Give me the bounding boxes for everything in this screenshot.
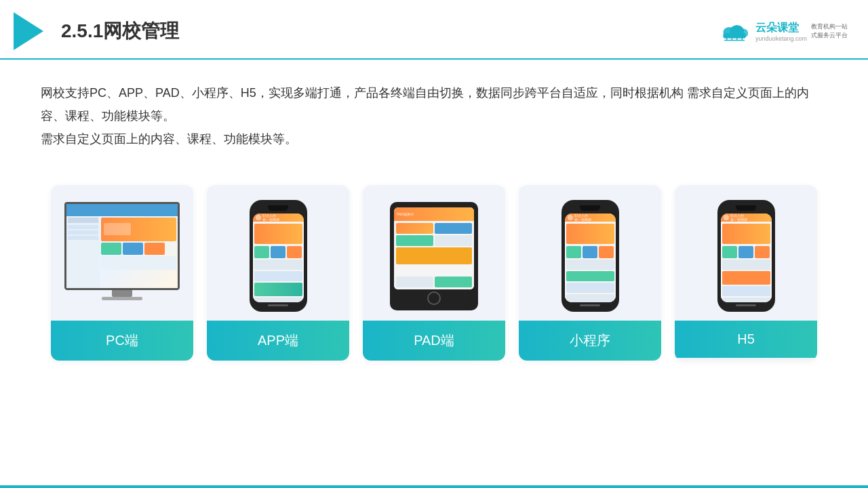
desktop-base: [102, 297, 142, 300]
page-title: 2.5.1网校管理: [61, 18, 179, 44]
phone-mockup-app: 职达人的第一堂网课: [250, 200, 307, 312]
phone-home-indicator-h5: [736, 304, 756, 306]
pad-card: PAD端展示 PAD端: [363, 185, 505, 361]
logo-triangle-icon: [14, 12, 43, 50]
h5-label: H5: [675, 321, 817, 358]
phone-home-indicator: [268, 304, 288, 306]
pc-card: PC端: [51, 185, 193, 361]
pad-label: PAD端: [363, 321, 505, 361]
phone-home-indicator-mini: [580, 304, 600, 306]
tablet-home-button: [427, 291, 441, 305]
pc-label: PC端: [51, 321, 193, 361]
phone-screen-mini: 职达人的第一堂网课: [565, 214, 616, 302]
bottom-border: [0, 485, 868, 488]
pc-image-area: [51, 185, 193, 321]
pad-image-area: PAD端展示: [363, 185, 505, 321]
desktop-screen: [64, 202, 180, 290]
app-label: APP端: [207, 321, 349, 361]
desktop-stand: [112, 290, 132, 297]
miniprogram-label: 小程序: [519, 321, 661, 361]
desktop-mockup: [61, 202, 183, 310]
header-right: 云朵课堂 yunduoketang.com 教育机构一站式服务云平台: [717, 21, 848, 42]
miniprogram-image-area: 职达人的第一堂网课: [519, 185, 661, 321]
app-card: 职达人的第一堂网课: [207, 185, 349, 361]
page-header: 2.5.1网校管理 云朵课堂 yunduoketang.com 教: [0, 0, 868, 60]
phone-screen-h5: 职达人的第一堂网课: [721, 214, 772, 302]
phone-notch-mini: [580, 205, 600, 211]
phone-screen-app: 职达人的第一堂网课: [253, 214, 304, 302]
header-left: 2.5.1网校管理: [14, 12, 179, 50]
brand-url: yunduoketang.com: [755, 35, 807, 42]
h5-image-area: 职达人的第一堂网课: [675, 185, 817, 321]
brand-name: 云朵课堂: [755, 21, 807, 35]
miniprogram-card: 职达人的第一堂网课: [519, 185, 661, 361]
app-image-area: 职达人的第一堂网课: [207, 185, 349, 321]
brand-logo: 云朵课堂 yunduoketang.com 教育机构一站式服务云平台: [717, 21, 848, 42]
h5-card: 职达人的第一堂网课: [675, 185, 817, 361]
tablet-mockup: PAD端展示: [390, 202, 478, 310]
phone-notch: [268, 205, 288, 211]
brand-text: 云朵课堂 yunduoketang.com: [755, 21, 807, 42]
phone-mockup-h5: 职达人的第一堂网课: [717, 200, 775, 312]
cloud-logo-icon: [717, 21, 751, 41]
tablet-screen: PAD端展示: [394, 207, 474, 289]
brand-slogan: 教育机构一站式服务云平台: [811, 22, 848, 39]
phone-mockup-mini: 职达人的第一堂网课: [561, 200, 619, 312]
phone-notch-h5: [736, 205, 756, 211]
description-text: 网校支持PC、APP、PAD、小程序、H5，实现多端打通，产品各终端自由切换，数…: [0, 60, 868, 165]
device-cards-section: PC端 职达人的第一堂网课: [0, 171, 868, 374]
